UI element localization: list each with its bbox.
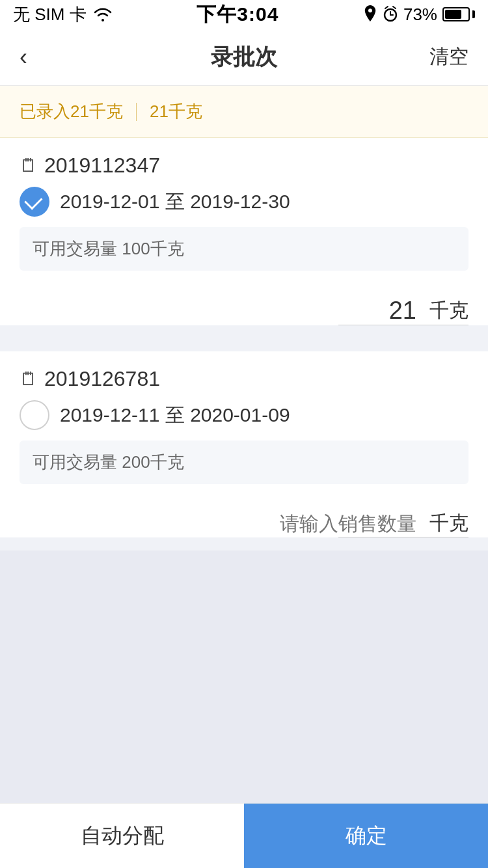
amount-unit-2: 千克 (429, 510, 468, 537)
batch-item-1: 🗒 2019112347 2019-12-01 至 2019-12-30 可用交… (0, 138, 488, 284)
status-time: 下午3:04 (197, 1, 278, 28)
batch-doc-icon-2: 🗒 (20, 368, 38, 390)
page-title: 录批次 (211, 42, 277, 72)
batch-header-1: 🗒 2019112347 (20, 154, 468, 178)
status-bar: 无 SIM 卡 下午3:04 73% (0, 0, 488, 29)
back-button[interactable]: ‹ (20, 44, 72, 71)
amount-row-2: 千克 (0, 497, 488, 537)
batch-date-row-1: 2019-12-01 至 2019-12-30 (20, 187, 468, 217)
recorded-label: 已录入21千克 (20, 100, 123, 123)
banner-divider (136, 103, 137, 121)
batch-date-2: 2019-12-11 至 2020-01-09 (60, 402, 290, 429)
amount-underline-2 (338, 537, 468, 537)
location-icon (363, 5, 377, 23)
batch-radio-1[interactable] (20, 187, 49, 217)
carrier-label: 无 SIM 卡 (13, 3, 87, 26)
battery-percent: 73% (403, 5, 437, 25)
batch-radio-2[interactable] (20, 400, 49, 430)
batch-number-2: 2019126781 (44, 367, 160, 391)
batch-card-2: 🗒 2019126781 2019-12-11 至 2020-01-09 可用交… (0, 351, 488, 537)
svg-line-4 (393, 7, 396, 8)
clear-button[interactable]: 清空 (416, 44, 468, 70)
status-right: 73% (363, 5, 475, 25)
batch-card-1: 🗒 2019112347 2019-12-01 至 2019-12-30 可用交… (0, 138, 488, 325)
batch-date-1: 2019-12-01 至 2019-12-30 (60, 189, 290, 215)
batch-available-1: 可用交易量 100千克 (20, 227, 468, 271)
batch-date-row-2: 2019-12-11 至 2020-01-09 (20, 400, 468, 430)
amount-input-1[interactable] (312, 297, 416, 325)
wifi-icon (93, 7, 113, 21)
batch-available-2: 可用交易量 200千克 (20, 441, 468, 484)
batch-doc-icon-1: 🗒 (20, 155, 38, 176)
status-left: 无 SIM 卡 (13, 3, 113, 26)
batch-number-1: 2019112347 (44, 154, 160, 178)
svg-line-3 (385, 7, 388, 8)
alarm-icon (383, 5, 398, 23)
recorded-value: 21千克 (150, 100, 202, 123)
separator-1 (0, 338, 488, 351)
confirm-button[interactable]: 确定 (244, 804, 488, 868)
batch-item-2: 🗒 2019126781 2019-12-11 至 2020-01-09 可用交… (0, 351, 488, 497)
batch-header-2: 🗒 2019126781 (20, 367, 468, 391)
amount-row-1: 千克 (0, 284, 488, 325)
amount-input-2[interactable] (260, 513, 416, 535)
nav-bar: ‹ 录批次 清空 (0, 29, 488, 86)
amount-unit-1: 千克 (429, 297, 468, 324)
amount-underline-1 (338, 325, 468, 325)
footer: 自动分配 确定 (0, 803, 488, 868)
info-banner: 已录入21千克 21千克 (0, 86, 488, 138)
battery-icon (442, 7, 475, 21)
auto-distribute-button[interactable]: 自动分配 (0, 804, 244, 868)
